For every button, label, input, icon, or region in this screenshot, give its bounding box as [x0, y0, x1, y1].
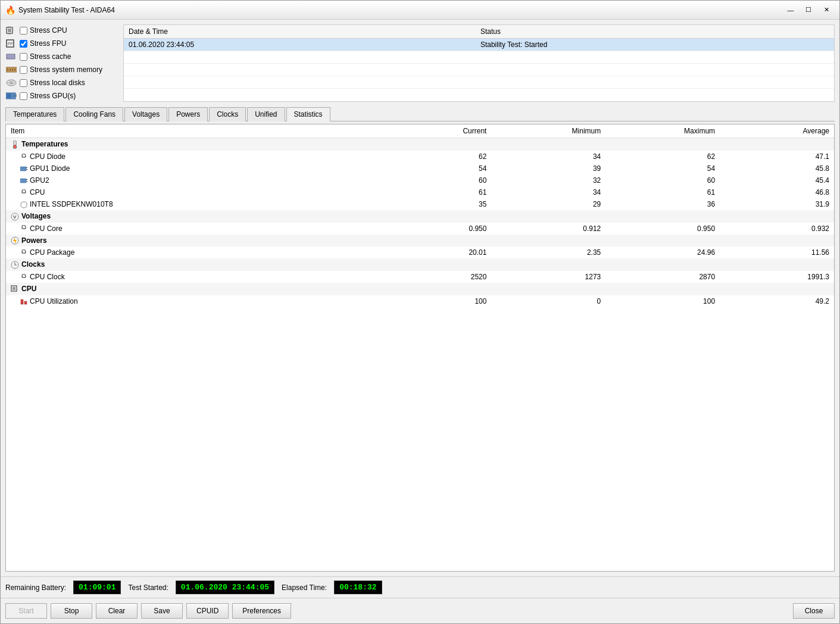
stats-minimum: 1273	[491, 271, 605, 283]
elapsed-time-value: 00:18:32	[334, 581, 382, 594]
stop-button[interactable]: Stop	[51, 603, 92, 619]
tab-unified[interactable]: Unified	[247, 107, 285, 121]
stats-maximum: 62	[605, 151, 720, 163]
svg-text:V: V	[13, 214, 17, 220]
svg-rect-1	[8, 29, 11, 32]
stress-disks-label: Stress local disks	[30, 79, 85, 87]
svg-rect-35	[26, 169, 27, 170]
stress-cpu-label: Stress CPU	[30, 26, 67, 35]
svg-rect-38	[26, 181, 27, 182]
stats-item-label: GPU1 Diode	[6, 163, 377, 174]
svg-rect-18	[12, 68, 13, 71]
svg-rect-33	[20, 167, 26, 171]
stats-data-row: GPU260326045.4	[6, 174, 834, 186]
stress-gpu-checkbox[interactable]	[20, 92, 27, 100]
header-item: Item	[6, 124, 377, 138]
stats-item-label: CPU	[6, 186, 377, 198]
main-window: 🔥 System Stability Test - AIDA64 — ☐ ✕	[0, 0, 840, 624]
stats-maximum: 100	[605, 295, 720, 307]
stats-data-row: CPU Core0.9500.9120.9500.932	[6, 223, 834, 235]
stress-fpu-icon: FP	[5, 39, 17, 48]
title-bar: 🔥 System Stability Test - AIDA64 — ☐ ✕	[1, 1, 839, 20]
group-label: Clocks	[6, 258, 834, 271]
svg-point-31	[14, 146, 16, 148]
minimize-button[interactable]: —	[782, 4, 799, 17]
stats-group-row: VVoltages	[6, 210, 834, 223]
elapsed-time-label: Elapsed Time:	[282, 584, 327, 592]
stats-data-row: CPU61346146.8	[6, 186, 834, 198]
tab-voltages[interactable]: Voltages	[124, 107, 167, 121]
group-label: Temperatures	[6, 138, 834, 151]
stats-average: 45.4	[720, 174, 834, 186]
clear-button[interactable]: Clear	[96, 603, 138, 619]
stress-cpu-icon	[5, 26, 17, 35]
svg-rect-12	[7, 54, 15, 59]
svg-rect-16	[7, 68, 8, 71]
stress-fpu-label: Stress FPU	[30, 39, 66, 48]
window-title: System Stability Test - AIDA64	[18, 6, 782, 14]
tab-temperatures[interactable]: Temperatures	[5, 107, 64, 121]
tabs-bar: Temperatures Cooling Fans Voltages Power…	[5, 107, 835, 121]
tab-powers[interactable]: Powers	[168, 107, 208, 121]
svg-rect-51	[21, 299, 23, 304]
stats-average: 45.8	[720, 163, 834, 174]
stress-cache-checkbox[interactable]	[20, 53, 27, 61]
stats-data-row: GPU1 Diode54395445.8	[6, 163, 834, 174]
group-label: Powers	[6, 235, 834, 247]
stats-average: 0.932	[720, 223, 834, 235]
tab-clocks[interactable]: Clocks	[209, 107, 246, 121]
stats-current: 61	[377, 186, 492, 198]
stats-data-row: CPU Utilization100010049.2	[6, 295, 834, 307]
preferences-button[interactable]: Preferences	[232, 603, 291, 619]
start-button[interactable]: Start	[5, 603, 47, 619]
stats-minimum: 39	[491, 163, 605, 174]
stress-options: Stress CPU FP Stress FPU	[5, 24, 118, 102]
tab-cooling-fans[interactable]: Cooling Fans	[65, 107, 123, 121]
stress-gpu-icon	[5, 91, 17, 101]
stats-item-label: CPU Package	[6, 247, 377, 258]
stats-header-row: Item Current Minimum Maximum Average	[6, 124, 834, 138]
stats-minimum: 0	[491, 295, 605, 307]
stats-minimum: 29	[491, 198, 605, 210]
header-average: Average	[720, 124, 834, 138]
header-minimum: Minimum	[491, 124, 605, 138]
svg-rect-34	[26, 167, 27, 168]
stress-cpu-checkbox[interactable]	[20, 27, 27, 35]
cpuid-button[interactable]: CPUID	[186, 603, 229, 619]
stats-current: 20.01	[377, 247, 492, 258]
close-button[interactable]: Close	[793, 603, 835, 619]
stress-memory-item: Stress system memory	[5, 64, 118, 76]
stress-disks-checkbox[interactable]	[20, 79, 27, 87]
test-started-label: Test Started:	[128, 584, 168, 592]
header-maximum: Maximum	[605, 124, 720, 138]
stress-cache-label: Stress cache	[30, 52, 71, 61]
close-window-button[interactable]: ✕	[818, 4, 835, 17]
log-status-cell	[476, 76, 834, 89]
stats-table: Item Current Minimum Maximum Average Tem…	[6, 124, 834, 307]
log-row	[124, 51, 834, 64]
stats-average: 49.2	[720, 295, 834, 307]
svg-rect-50	[13, 287, 15, 290]
stats-maximum: 24.96	[605, 247, 720, 258]
stats-average: 1991.3	[720, 271, 834, 283]
stats-group-row: Temperatures	[6, 138, 834, 151]
save-button[interactable]: Save	[141, 603, 183, 619]
stress-memory-checkbox[interactable]	[20, 66, 27, 74]
main-content: Stress CPU FP Stress FPU	[1, 20, 839, 576]
svg-rect-52	[24, 301, 27, 304]
stats-item-label: CPU Clock	[6, 271, 377, 283]
stats-average: 47.1	[720, 151, 834, 163]
header-current: Current	[377, 124, 492, 138]
stats-group-row: CPU	[6, 283, 834, 295]
stats-data-row: CPU Clock2520127328701991.3	[6, 271, 834, 283]
stats-maximum: 2870	[605, 271, 720, 283]
stress-fpu-checkbox[interactable]	[20, 40, 27, 48]
svg-rect-27	[15, 96, 17, 96]
maximize-button[interactable]: ☐	[800, 4, 817, 17]
stats-item-label: CPU Core	[6, 223, 377, 235]
log-status-cell	[476, 64, 834, 76]
stats-minimum: 34	[491, 151, 605, 163]
stats-group-row: Powers	[6, 235, 834, 247]
tab-statistics[interactable]: Statistics	[286, 107, 330, 121]
app-icon: 🔥	[5, 5, 15, 15]
